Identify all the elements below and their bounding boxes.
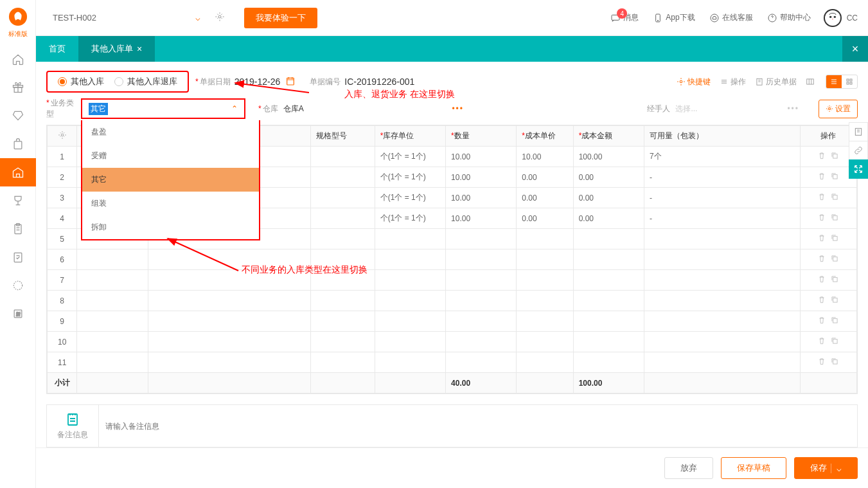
table-gear-icon[interactable] [48, 126, 77, 147]
view-toggle [826, 75, 858, 89]
remarks-input[interactable] [98, 405, 857, 447]
copy-icon[interactable] [830, 213, 839, 222]
help-button[interactable]: 帮助中心 [767, 12, 811, 23]
logo-text: 标准版 [8, 30, 28, 39]
footer-actions: 放弃 保存草稿 保存⌵ [36, 447, 868, 488]
discard-button[interactable]: 放弃 [664, 457, 713, 479]
copy-icon[interactable] [830, 275, 839, 284]
biz-type-select[interactable]: 其它 ⌃ 盘盈 受赠 其它 组装 拆卸 [81, 98, 245, 119]
org-selector[interactable]: TEST-H002 ⌵ [46, 8, 207, 28]
nav-gift-icon[interactable] [0, 73, 36, 102]
copy-icon[interactable] [830, 192, 839, 201]
trial-button[interactable]: 我要体验一下 [244, 8, 317, 28]
chevron-down-icon: ⌵ [195, 13, 200, 23]
close-all-icon[interactable]: × [842, 36, 868, 62]
handler-placeholder[interactable]: 选择... [675, 104, 697, 114]
dropdown-option[interactable]: 其它 [82, 168, 259, 192]
copy-icon[interactable] [830, 151, 839, 160]
dropdown-option[interactable]: 受赠 [82, 144, 259, 168]
svg-point-17 [833, 15, 835, 17]
dropdown-option[interactable]: 组装 [82, 192, 259, 215]
copy-icon[interactable] [830, 233, 839, 242]
messages-button[interactable]: 消息 4 [610, 12, 639, 23]
view-list-icon[interactable] [826, 75, 842, 88]
radio-inbound[interactable]: 其他入库 [58, 76, 104, 87]
subtotal-amt: 100.00 [573, 373, 644, 393]
svg-rect-25 [847, 82, 849, 84]
copy-icon[interactable] [830, 254, 839, 263]
svg-line-27 [235, 83, 309, 93]
nav-clipboard-icon[interactable] [0, 215, 36, 243]
help-label: 帮助中心 [780, 12, 811, 23]
dock-note-icon[interactable] [849, 122, 868, 141]
svg-rect-34 [833, 216, 837, 220]
topbar: TEST-H002 ⌵ 我要体验一下 消息 4 App下载 在线客服 帮助中心 [36, 0, 868, 36]
chevron-down-icon: ⌵ [831, 464, 842, 473]
more-icon[interactable]: ••• [787, 104, 799, 113]
nav-report-icon[interactable] [0, 243, 36, 271]
app-download-button[interactable]: App下载 [653, 12, 695, 23]
sidebar: 标准版 新 [0, 0, 36, 488]
delete-icon[interactable] [817, 295, 826, 304]
tab-current[interactable]: 其他入库单 × [78, 36, 155, 62]
warehouse-value[interactable]: 仓库A [283, 104, 304, 114]
history-button[interactable]: 历史单据 [755, 77, 797, 87]
copy-icon[interactable] [830, 295, 839, 304]
nav-new-icon[interactable]: 新 [0, 300, 36, 328]
table-row[interactable]: 10 [48, 332, 857, 352]
delete-icon[interactable] [817, 336, 826, 345]
dock-link-icon[interactable] [849, 141, 868, 160]
dock-expand-icon[interactable] [849, 159, 868, 179]
delete-icon[interactable] [817, 213, 826, 222]
svg-rect-23 [847, 79, 849, 81]
business-mode-radio-group: 其他入库 其他入库退库 [46, 71, 189, 93]
delete-icon[interactable] [817, 275, 826, 284]
table-row[interactable]: 8 [48, 291, 857, 311]
gear-icon[interactable] [215, 12, 225, 24]
settings-button[interactable]: 设置 [819, 100, 858, 118]
copy-icon[interactable] [830, 357, 839, 366]
delete-icon[interactable] [817, 357, 826, 366]
copy-icon[interactable] [830, 336, 839, 345]
nav-sync-icon[interactable] [0, 271, 36, 300]
annotation-1: 入库、退货业务 在这里切换 [344, 89, 455, 100]
columns-icon[interactable] [806, 77, 817, 86]
biz-type-dropdown: 盘盈 受赠 其它 组装 拆卸 [81, 120, 260, 240]
save-button[interactable]: 保存⌵ [794, 457, 858, 479]
copy-icon[interactable] [830, 316, 839, 325]
delete-icon[interactable] [817, 233, 826, 242]
nav-warehouse-icon[interactable] [0, 158, 36, 186]
dropdown-option[interactable]: 盘盈 [82, 120, 259, 144]
radio-return[interactable]: 其他入库退库 [114, 76, 177, 87]
nav-bag-icon[interactable] [0, 130, 36, 158]
nav-home-icon[interactable] [0, 45, 36, 73]
svg-text:新: 新 [15, 312, 20, 316]
more-icon[interactable]: ••• [452, 104, 464, 113]
table-row[interactable]: 11 [48, 352, 857, 373]
delete-icon[interactable] [817, 172, 826, 181]
view-grid-icon[interactable] [842, 75, 857, 88]
copy-icon[interactable] [830, 172, 839, 181]
shortcut-button[interactable]: 快捷键 [677, 77, 711, 87]
svg-rect-41 [833, 360, 837, 364]
subtotal-qty: 40.00 [446, 373, 517, 393]
delete-icon[interactable] [817, 316, 826, 325]
save-draft-button[interactable]: 保存草稿 [721, 457, 786, 479]
support-button[interactable]: 在线客服 [709, 12, 753, 23]
close-icon[interactable]: × [137, 44, 142, 54]
avatar[interactable] [824, 9, 842, 27]
operate-button[interactable]: 操作 [720, 77, 746, 87]
org-name: TEST-H002 [53, 13, 96, 23]
annotation-arrow [232, 80, 309, 99]
table-row[interactable]: 9 [48, 311, 857, 332]
nav-diamond-icon[interactable] [0, 102, 36, 130]
tab-home[interactable]: 首页 [36, 36, 78, 62]
delete-icon[interactable] [817, 151, 826, 160]
svg-rect-6 [14, 253, 22, 262]
delete-icon[interactable] [817, 254, 826, 263]
tab-bar: 首页 其他入库单 × × [36, 36, 868, 62]
delete-icon[interactable] [817, 192, 826, 201]
svg-point-14 [711, 14, 718, 22]
nav-money-icon[interactable] [0, 186, 36, 215]
th-spec: 规格型号 [311, 126, 375, 147]
